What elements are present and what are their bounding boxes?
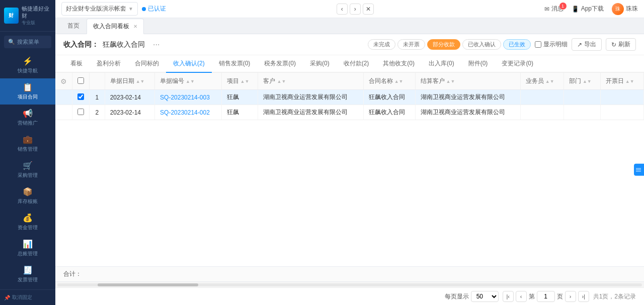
date-col-header: 单据日期 ▲▼ (105, 73, 154, 90)
status-partial-receipt[interactable]: 部分收款 (427, 39, 460, 50)
sub-tab-purchase[interactable]: 采购(0) (303, 55, 337, 73)
search-menu-button[interactable]: 🔍 搜索菜单 (4, 36, 51, 48)
sidebar-item-marketing[interactable]: 📢 营销推广 (0, 105, 55, 131)
sub-tab-dashboard[interactable]: 看板 (63, 55, 90, 73)
page-first-button[interactable]: |‹ (503, 291, 514, 302)
tab-home[interactable]: 首页 (61, 19, 86, 33)
sidebar-item-purchase[interactable]: 🛒 采购管理 (0, 157, 55, 183)
data-table: ⚙ 单据日期 ▲▼ (55, 73, 644, 120)
customer-sort-icon[interactable]: ▲▼ (277, 79, 286, 84)
sub-tab-profit[interactable]: 盈利分析 (90, 55, 128, 73)
sidebar-item-invoice[interactable]: 🧾 发票管理 (0, 261, 55, 287)
sidebar: 财 畅捷通好业财 专业版 🔍 搜索菜单 ⚡ 快捷导航 📋 项目合同 📢 营销推广… (0, 0, 55, 305)
salesperson-sort-icon[interactable]: ▲▼ (545, 79, 554, 84)
nav-next-button[interactable]: › (350, 4, 361, 15)
sidebar-item-quick-nav[interactable]: ⚡ 快捷导航 (0, 52, 55, 78)
scroll-track (57, 283, 642, 286)
sub-tab-payment[interactable]: 收付款(2) (337, 55, 376, 73)
row2-code-link[interactable]: SQ-20230214-002 (160, 109, 210, 116)
nav-close-button[interactable]: ✕ (363, 4, 374, 15)
user-menu[interactable]: 珠 珠珠 (612, 3, 638, 15)
sub-tab-attachments[interactable]: 附件(0) (461, 55, 495, 73)
sub-tab-tax-invoice[interactable]: 税务发票(0) (257, 55, 303, 73)
sidebar-item-funds[interactable]: 💰 资金管理 (0, 209, 55, 235)
contract-name: 狂飙收入合同 (103, 40, 145, 49)
right-panel-toggle[interactable]: ||| (634, 163, 644, 176)
quick-nav-icon: ⚡ (23, 56, 33, 66)
horizontal-scrollbar[interactable] (55, 281, 644, 287)
sidebar-nav: 📋 项目合同 📢 营销推广 💼 销售管理 🛒 采购管理 📦 库存核账 💰 资金管… (0, 78, 55, 289)
contract-name-col-header: 合同名称 ▲▼ (363, 73, 415, 90)
sub-tab-other-income[interactable]: 其他收支(0) (376, 55, 422, 73)
row1-settlement: 湖南卫视商业运营发展有限公司 (415, 90, 520, 105)
select-all-checkbox[interactable] (77, 77, 84, 84)
sub-tabs: 看板 盈利分析 合同标的 收入确认(2) 销售发票(0) 税务发票(0) 采购(… (55, 55, 644, 73)
department-col-header: 部门 ▲▼ (564, 73, 600, 90)
app-logo-icon: 财 (4, 8, 19, 24)
row2-checkbox[interactable] (77, 109, 84, 115)
row1-code-link[interactable]: SQ-20230214-003 (160, 94, 210, 101)
show-detail-checkbox[interactable]: 显示明细 (535, 40, 568, 49)
row2-settlement: 湖南卫视商业运营发展有限公司 (415, 105, 520, 120)
tab-close-icon[interactable]: ✕ (133, 24, 137, 29)
table-container: ⚙ 单据日期 ▲▼ (55, 73, 644, 266)
sub-tab-sales-invoice[interactable]: 销售发票(0) (212, 55, 258, 73)
status-confirmed[interactable]: 已收入确认 (462, 39, 501, 50)
page-number-input[interactable] (537, 291, 555, 302)
table-row[interactable]: 1 2023-02-14 SQ-20230214-003 狂飙 湖南卫视商业运营… (55, 90, 644, 105)
export-icon: ↗ (577, 41, 582, 48)
sidebar-search: 🔍 搜索菜单 (0, 32, 55, 52)
sidebar-item-inventory[interactable]: 📦 库存核账 (0, 183, 55, 209)
row2-num: 2 (90, 105, 105, 120)
table-settings-icon[interactable]: ⚙ (60, 77, 67, 85)
sidebar-item-sales[interactable]: 💼 销售管理 (0, 131, 55, 157)
marketing-icon: 📢 (23, 109, 33, 118)
page-size-select[interactable]: 20 50 100 200 (471, 291, 499, 302)
row2-customer: 湖南卫视商业运营发展有限公司 (258, 105, 363, 120)
sidebar-item-project[interactable]: 📋 项目合同 (0, 78, 55, 105)
salesperson-col-header: 业务员 ▲▼ (520, 73, 564, 90)
row1-checkbox[interactable] (77, 93, 84, 100)
refresh-icon: ↻ (611, 41, 616, 48)
company-selector[interactable]: 好业财专业版演示帐套 ▼ (61, 2, 138, 16)
sidebar-item-general[interactable]: 📊 总账管理 (0, 235, 55, 261)
settings-col-header: ⚙ (55, 73, 72, 90)
more-options-button[interactable]: ··· (153, 40, 159, 49)
topnav-controls: ‹ › ✕ (337, 4, 374, 15)
sidebar-footer[interactable]: 📌 取消固定 (0, 289, 55, 305)
page-header: 收入合同： 狂飙收入合同 ··· 未完成 未开票 部分收款 已收入确认 已生效 … (55, 34, 644, 55)
settlement-sort-icon[interactable]: ▲▼ (446, 79, 455, 84)
show-detail-check-input[interactable] (535, 41, 541, 48)
status-incomplete[interactable]: 未完成 (368, 39, 395, 50)
num-col-header (90, 73, 105, 90)
status-uninvoiced[interactable]: 未开票 (397, 39, 425, 50)
sub-tab-warehouse[interactable]: 出入库(0) (422, 55, 461, 73)
app-logo-text: 畅捷通好业财 专业版 (22, 5, 51, 26)
page-last-button[interactable]: ›| (578, 291, 589, 302)
sub-tab-change-log[interactable]: 变更记录(0) (495, 55, 540, 73)
page-size-control: 每页显示 20 50 100 200 (445, 291, 499, 302)
nav-prev-button[interactable]: ‹ (337, 4, 348, 15)
messages-button[interactable]: ✉ 消息 1 (544, 5, 564, 13)
code-sort-icon[interactable]: ▲▼ (186, 79, 195, 84)
row2-code: SQ-20230214-002 (155, 105, 222, 120)
refresh-button[interactable]: ↻ 刷新 (606, 38, 636, 51)
status-effective[interactable]: 已生效 (503, 39, 531, 50)
date-sort-icon[interactable]: ▲▼ (136, 79, 145, 84)
project-sort-icon[interactable]: ▲▼ (240, 79, 250, 84)
main-area: 好业财专业版演示帐套 ▼ 已认证 ‹ › ✕ ✉ 消息 1 📱 App下载 珠 … (55, 0, 644, 305)
table-row[interactable]: 2 2023-02-14 SQ-20230214-002 狂飙 湖南卫视商业运营… (55, 105, 644, 120)
sub-tab-income-confirm[interactable]: 收入确认(2) (166, 55, 212, 73)
page-prev-button[interactable]: ‹ (516, 291, 527, 302)
department-sort-icon[interactable]: ▲▼ (583, 79, 592, 84)
app-download-button[interactable]: 📱 App下载 (572, 5, 604, 13)
tab-contract[interactable]: 收入合同看板 ✕ (87, 19, 144, 34)
contract-sort-icon[interactable]: ▲▼ (394, 79, 404, 84)
page-next-button[interactable]: › (565, 291, 576, 302)
download-icon: 📱 (572, 6, 579, 13)
topbar: 好业财专业版演示帐套 ▼ 已认证 ‹ › ✕ ✉ 消息 1 📱 App下载 珠 … (55, 0, 644, 18)
scroll-thumb[interactable] (98, 283, 198, 286)
sub-tab-contract-norm[interactable]: 合同标的 (128, 55, 166, 73)
invoice-date-sort-icon[interactable]: ▲▼ (625, 79, 634, 84)
export-button[interactable]: ↗ 导出 (572, 38, 602, 51)
